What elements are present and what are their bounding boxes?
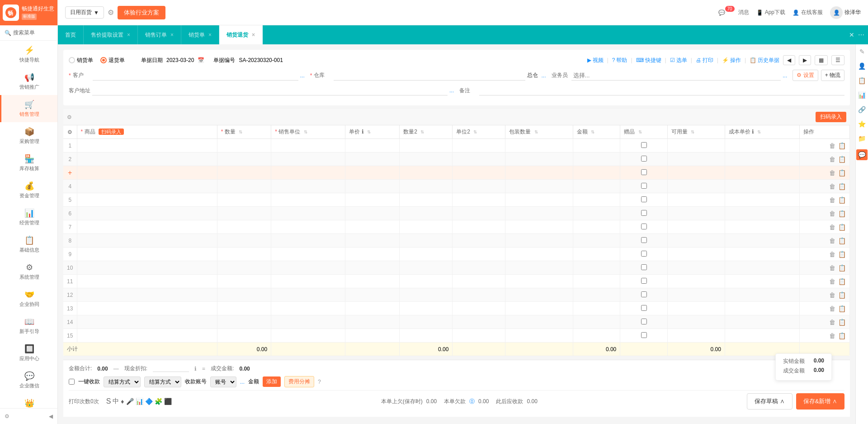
settings-gear-icon[interactable]: ⚙ xyxy=(108,8,114,17)
sidebar-item-basic[interactable]: 📋 基础信息 xyxy=(0,231,57,258)
sidebar-item-apps[interactable]: 🔲 应用中心 xyxy=(0,339,57,367)
sidebar-item-sales[interactable]: 🛒 销售管理 xyxy=(0,95,57,122)
available-cell-3[interactable] xyxy=(667,166,725,180)
warehouse-input[interactable] xyxy=(334,71,525,81)
col-qty-sort[interactable]: ⇅ xyxy=(239,129,242,134)
col-price-sort[interactable]: ⇅ xyxy=(367,129,371,134)
tab-sales-order-close[interactable]: × xyxy=(170,32,174,38)
account-dots[interactable]: ... xyxy=(240,379,245,385)
amount-cell-2[interactable] xyxy=(573,152,620,166)
sidebar-item-marketing[interactable]: 📢 营销推广 xyxy=(0,68,57,95)
tab-price-setting[interactable]: 售价提取设置 × xyxy=(84,25,138,44)
app-download-group[interactable]: 📱 App下载 xyxy=(756,9,785,16)
copy-icon-13[interactable]: 📋 xyxy=(838,305,846,312)
delete-icon-8[interactable]: 🗑 xyxy=(829,237,835,244)
sidebar-item-collab[interactable]: 🤝 企业协同 xyxy=(0,285,57,312)
copy-icon-4[interactable]: 📋 xyxy=(838,183,846,190)
warehouse-dots[interactable]: ... xyxy=(542,72,546,79)
fee-split-btn[interactable]: 费用分摊 xyxy=(284,376,314,387)
delete-icon-4[interactable]: 🗑 xyxy=(829,183,835,190)
gift-cell-1[interactable] xyxy=(620,139,668,152)
qty-cell-1[interactable] xyxy=(217,139,271,152)
message-group[interactable]: 💬 70 消息 xyxy=(718,9,749,16)
radio-delivery[interactable]: 销货单 xyxy=(69,57,93,64)
tab-price-setting-close[interactable]: × xyxy=(127,32,130,38)
copy-icon-12[interactable]: 📋 xyxy=(838,291,846,299)
account-num-select[interactable]: 账号 xyxy=(210,376,236,387)
col-unit-sort[interactable]: ⇅ xyxy=(304,129,307,134)
sidebar-item-wechat[interactable]: 💬 企业微信 xyxy=(0,367,57,394)
unit-cell-3[interactable] xyxy=(271,166,345,180)
add-row-icon[interactable]: + xyxy=(68,169,72,176)
amount-cell-3[interactable] xyxy=(573,166,620,180)
sidebar-item-system[interactable]: ⚙ 系统管理 xyxy=(0,258,57,285)
available-cell-2[interactable] xyxy=(667,152,725,166)
sidebar-item-member[interactable]: 👑 畅会员 xyxy=(0,394,57,408)
col-available-sort[interactable]: ⇅ xyxy=(691,129,694,134)
tab-menu-icon[interactable]: ⋯ xyxy=(858,31,864,38)
prev-btn[interactable]: ◀ xyxy=(783,55,795,65)
cost-price-cell-2[interactable] xyxy=(725,152,799,166)
shortcut-link[interactable]: ⌨ 快捷键 xyxy=(636,57,661,64)
unit2-cell-2[interactable] xyxy=(453,152,505,166)
unit2-cell-1[interactable] xyxy=(453,139,505,152)
add-logistics-button[interactable]: + 物流 xyxy=(821,70,844,81)
video-link[interactable]: ▶ 视频 xyxy=(587,57,604,64)
col-amount-sort[interactable]: ⇅ xyxy=(591,129,594,134)
cost-price-cell-3[interactable] xyxy=(725,166,799,180)
right-panel-icon-1[interactable]: ✎ xyxy=(859,48,865,55)
copy-icon-7[interactable]: 📋 xyxy=(838,224,846,231)
delete-icon-1[interactable]: 🗑 xyxy=(829,142,835,149)
list-view-btn[interactable]: ☰ xyxy=(831,55,844,65)
gear-settings-icon[interactable]: ⚙ xyxy=(67,114,72,120)
address-dots[interactable]: ... xyxy=(449,87,454,94)
history-link[interactable]: 📋 历史单据 xyxy=(750,57,779,64)
experience-btn[interactable]: 体验行业方案 xyxy=(118,6,165,19)
gift-cell-3[interactable] xyxy=(620,166,668,180)
copy-icon-9[interactable]: 📋 xyxy=(838,251,846,258)
tab-close-all-icon[interactable]: ✕ xyxy=(849,31,854,38)
gift-checkbox-1[interactable] xyxy=(641,142,647,148)
delete-icon-15[interactable]: 🗑 xyxy=(829,332,835,339)
add-payment-btn[interactable]: 添加 xyxy=(263,376,281,387)
tab-sales-return-close[interactable]: × xyxy=(252,32,255,38)
sidebar-item-inventory[interactable]: 🏪 库存核算 xyxy=(0,149,57,176)
copy-icon-5[interactable]: 📋 xyxy=(838,196,846,204)
copy-icon-10[interactable]: 📋 xyxy=(838,264,846,272)
gift-checkbox-2[interactable] xyxy=(641,156,647,162)
available-cell-1[interactable] xyxy=(667,139,725,152)
pack-qty-cell-1[interactable] xyxy=(505,139,573,152)
unit-cell-1[interactable] xyxy=(271,139,345,152)
sidebar-item-operations[interactable]: 📊 经营管理 xyxy=(0,204,57,231)
payment-method-select[interactable]: 结算方式 xyxy=(104,376,141,387)
search-menu[interactable]: 🔍 搜索菜单 xyxy=(0,25,57,41)
discount-input[interactable] xyxy=(153,365,189,372)
copy-icon-8[interactable]: 📋 xyxy=(838,237,846,244)
tab-home[interactable]: 首页 xyxy=(58,25,84,44)
delete-icon-5[interactable]: 🗑 xyxy=(829,196,835,204)
qty-cell-2[interactable] xyxy=(217,152,271,166)
save-new-btn[interactable]: 保存&新增 ∧ xyxy=(796,393,844,410)
sidebar-gear-icon[interactable]: ⚙ xyxy=(5,413,9,419)
one-key-payment-checkbox[interactable] xyxy=(69,379,75,385)
product-cell-2[interactable] xyxy=(77,152,217,166)
product-cell-3[interactable] xyxy=(77,166,217,180)
sidebar-item-purchase[interactable]: 📦 采购管理 xyxy=(0,122,57,149)
user-info[interactable]: 👤 徐泽华 xyxy=(830,6,861,19)
remark-input[interactable] xyxy=(479,86,844,95)
delete-icon-14[interactable]: 🗑 xyxy=(829,319,835,326)
print-link[interactable]: 🖨 打印 xyxy=(696,57,713,64)
copy-icon-1[interactable]: 📋 xyxy=(838,142,846,149)
col-cost-price-sort[interactable]: ⇅ xyxy=(757,129,761,134)
delete-icon-6[interactable]: 🗑 xyxy=(829,210,835,217)
gift-cell-2[interactable] xyxy=(620,152,668,166)
help-link[interactable]: ? 帮助 xyxy=(612,57,627,64)
pack-qty-cell-3[interactable] xyxy=(505,166,573,180)
sidebar-item-guide[interactable]: 📖 新手引导 xyxy=(0,312,57,339)
daily-category-select[interactable]: 日用百货 ▼ xyxy=(65,6,104,19)
copy-icon-14[interactable]: 📋 xyxy=(838,319,846,326)
cost-price-cell-1[interactable] xyxy=(725,139,799,152)
right-panel-icon-3[interactable]: 📋 xyxy=(858,77,866,84)
select-link[interactable]: ☑ 选单 xyxy=(670,57,687,64)
tab-sales-delivery-close[interactable]: × xyxy=(208,32,212,38)
